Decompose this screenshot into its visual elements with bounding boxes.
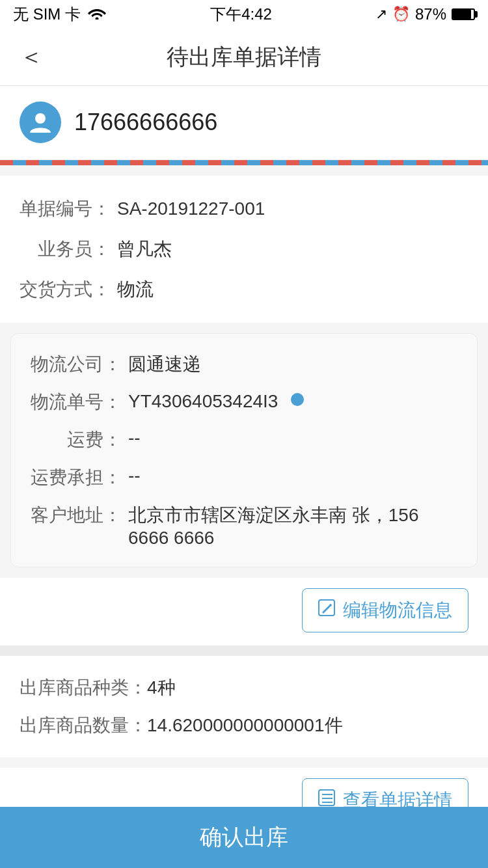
delivery-label: 交货方式： <box>20 276 111 303</box>
edit-btn-row: 编辑物流信息 <box>0 578 488 645</box>
salesman-row: 业务员： 曾凡杰 <box>20 236 468 263</box>
freight-row: 运费： -- <box>31 427 457 452</box>
customer-avatar <box>20 102 61 143</box>
tracking-row: 物流单号： YT43064053424I3 <box>31 390 457 414</box>
address-value: 北京市市辖区海淀区永丰南 张，156 6666 6666 <box>128 503 457 549</box>
logistics-company-row: 物流公司： 圆通速递 <box>31 352 457 377</box>
battery-text: 87% <box>415 5 446 23</box>
address-label: 客户地址： <box>31 503 122 528</box>
goods-types-label: 出库商品种类： <box>20 675 147 700</box>
freight-bearer-row: 运费承担： -- <box>31 465 457 490</box>
customer-phone: 17666666666 <box>74 109 217 136</box>
battery-icon <box>452 8 475 20</box>
nav-bar: ＜ 待出库单据详情 <box>0 29 488 86</box>
tracking-value: YT43064053424I3 <box>128 390 457 413</box>
edit-logistics-button[interactable]: 编辑物流信息 <box>302 588 468 632</box>
map-pin-icon <box>286 390 309 413</box>
goods-types-row: 出库商品种类： 4种 <box>20 675 468 700</box>
status-right: ↗ ⏰ 87% <box>375 5 475 23</box>
document-label: 单据编号： <box>20 195 111 223</box>
freight-label: 运费： <box>31 427 122 452</box>
edit-logistics-label: 编辑物流信息 <box>343 598 452 623</box>
goods-quantity-row: 出库商品数量： 14.620000000000001件 <box>20 713 468 738</box>
tracking-number: YT43064053424I3 <box>128 391 278 412</box>
customer-header: 17666666666 <box>0 86 488 159</box>
edit-icon <box>318 599 336 622</box>
freight-value: -- <box>128 427 457 448</box>
freight-bearer-value: -- <box>128 465 457 486</box>
salesman-value: 曾凡杰 <box>117 236 468 263</box>
delivery-row: 交货方式： 物流 <box>20 276 468 303</box>
time-text: 下午4:42 <box>210 4 272 25</box>
logistics-company-label: 物流公司： <box>31 352 122 377</box>
goods-types-value: 4种 <box>147 675 176 700</box>
nav-title: 待出库单据详情 <box>167 42 321 72</box>
alarm-icon: ⏰ <box>392 6 410 23</box>
confirm-outbound-button[interactable]: 确认出库 <box>0 822 488 852</box>
salesman-label: 业务员： <box>20 236 111 263</box>
delivery-value: 物流 <box>117 276 468 303</box>
svg-point-0 <box>35 113 46 124</box>
tracking-label: 物流单号： <box>31 390 122 414</box>
goods-quantity-label: 出库商品数量： <box>20 713 147 738</box>
goods-section: 出库商品种类： 4种 出库商品数量： 14.620000000000001件 <box>0 656 488 757</box>
logistics-company-value: 圆通速递 <box>128 352 457 377</box>
dashed-divider <box>0 160 488 165</box>
user-icon <box>27 109 53 135</box>
status-left: 无 SIM 卡 <box>13 4 107 25</box>
document-value: SA-20191227-001 <box>117 195 468 223</box>
status-bar: 无 SIM 卡 下午4:42 ↗ ⏰ 87% <box>0 0 488 29</box>
address-row: 客户地址： 北京市市辖区海淀区永丰南 张，156 6666 6666 <box>31 503 457 549</box>
carrier-text: 无 SIM 卡 <box>13 4 81 25</box>
logistics-card: 物流公司： 圆通速递 物流单号： YT43064053424I3 运费： -- <box>10 333 478 567</box>
confirm-btn-container: 确认出库 <box>0 807 488 868</box>
goods-quantity-value: 14.620000000000001件 <box>147 713 343 738</box>
section-separator <box>0 645 488 656</box>
back-button[interactable]: ＜ <box>20 41 43 73</box>
freight-bearer-label: 运费承担： <box>31 465 122 490</box>
basic-info-section: 单据编号： SA-20191227-001 业务员： 曾凡杰 交货方式： 物流 <box>0 176 488 323</box>
wifi-icon <box>87 5 107 23</box>
location-icon: ↗ <box>375 6 387 23</box>
document-row: 单据编号： SA-20191227-001 <box>20 195 468 223</box>
